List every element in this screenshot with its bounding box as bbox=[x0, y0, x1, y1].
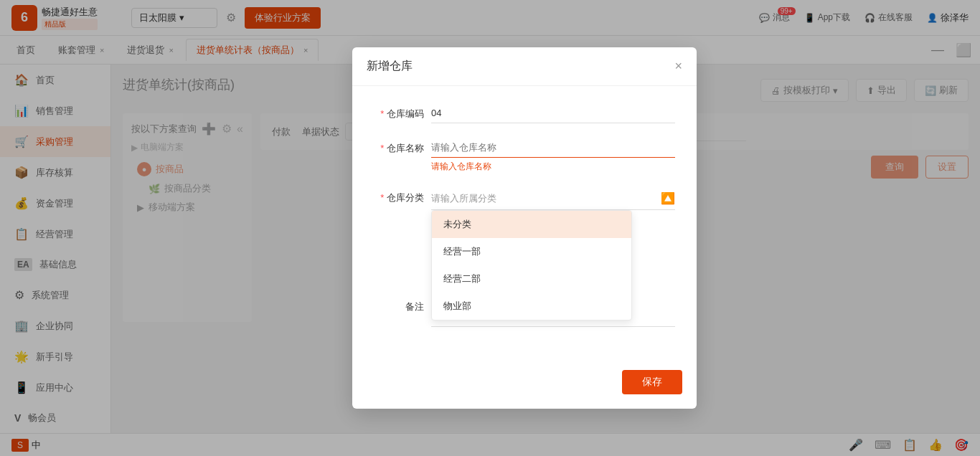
new-warehouse-dialog: 新增仓库 × * 仓库编码 * 仓库名称 请输入仓库名称 bbox=[352, 47, 697, 409]
code-field-row: * 仓库编码 bbox=[374, 103, 675, 123]
code-input[interactable] bbox=[431, 103, 675, 123]
name-field-row: * 仓库名称 请输入仓库名称 bbox=[374, 138, 675, 173]
category-select[interactable]: 请输入所属分类 🔼 bbox=[431, 187, 675, 210]
dialog-footer: 保存 bbox=[352, 361, 697, 409]
dialog-body: * 仓库编码 * 仓库名称 请输入仓库名称 * 仓库分类 bbox=[352, 86, 697, 361]
dropdown-arrow-icon: 🔼 bbox=[661, 191, 675, 205]
name-error-msg: 请输入仓库名称 bbox=[431, 161, 675, 173]
category-label: * 仓库分类 bbox=[374, 187, 431, 204]
dropdown-item-unclassified[interactable]: 未分类 bbox=[432, 211, 631, 238]
remark-label: 备注 bbox=[374, 296, 431, 313]
dropdown-item-dept1[interactable]: 经营一部 bbox=[432, 238, 631, 265]
code-label: * 仓库编码 bbox=[374, 103, 431, 120]
dialog-title: 新增仓库 bbox=[367, 59, 413, 74]
code-input-wrap bbox=[431, 103, 675, 123]
name-label: * 仓库名称 bbox=[374, 138, 431, 155]
save-button[interactable]: 保存 bbox=[622, 370, 682, 394]
category-dropdown: 未分类 经营一部 经营二部 物业部 bbox=[431, 210, 632, 320]
dialog-header: 新增仓库 × bbox=[352, 47, 697, 86]
name-input-wrap: 请输入仓库名称 bbox=[431, 138, 675, 173]
category-input-wrap: 请输入所属分类 🔼 未分类 经营一部 经营二部 物业部 bbox=[431, 187, 675, 210]
dropdown-item-dept2[interactable]: 经营二部 bbox=[432, 265, 631, 293]
category-field-row: * 仓库分类 请输入所属分类 🔼 未分类 经营一部 经营二部 物业部 bbox=[374, 187, 675, 210]
dropdown-item-property[interactable]: 物业部 bbox=[432, 293, 631, 320]
dialog-close-button[interactable]: × bbox=[674, 59, 682, 74]
name-input[interactable] bbox=[431, 138, 675, 158]
